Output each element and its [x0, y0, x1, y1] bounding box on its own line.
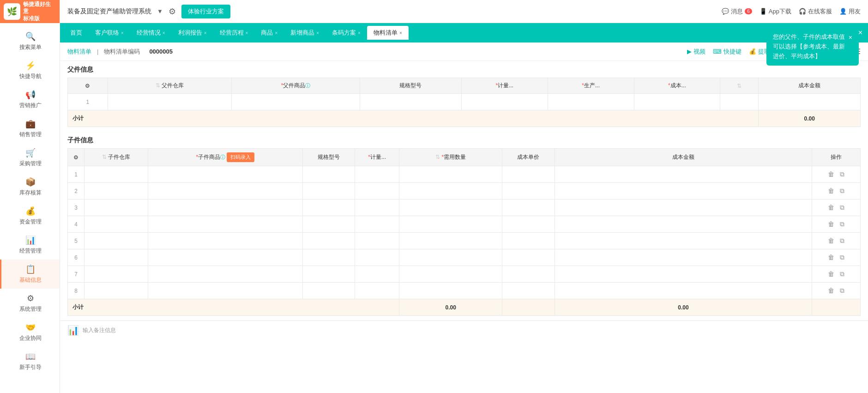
sidebar-item-search[interactable]: 🔍 搜索菜单	[0, 27, 60, 56]
child-goods-4[interactable]	[148, 216, 303, 233]
child-unit-5[interactable]	[355, 233, 399, 249]
child-unit-4[interactable]	[355, 216, 399, 233]
sidebar-item-enterprise[interactable]: 🤝 企业协同	[0, 318, 60, 347]
child-unit-3[interactable]	[355, 200, 399, 216]
child-goods-5[interactable]	[148, 233, 303, 249]
child-unit-6[interactable]	[355, 249, 399, 266]
child-unit-2[interactable]	[355, 183, 399, 200]
sidebar-item-quicknav[interactable]: ⚡ 快捷导航	[0, 56, 60, 85]
child-unit-8[interactable]	[355, 283, 399, 299]
tab-bom-close[interactable]: ×	[399, 30, 402, 36]
child-spec-7[interactable]	[302, 266, 355, 283]
child-spec-8[interactable]	[302, 283, 355, 299]
parent-produce-cell[interactable]	[548, 94, 634, 110]
copy-row-2-btn[interactable]: ⧉	[838, 186, 846, 196]
tab-bom[interactable]: 物料清单 ×	[367, 26, 409, 40]
child-goods-6[interactable]	[148, 249, 303, 266]
child-price-1[interactable]	[502, 166, 555, 183]
app-download-btn[interactable]: 📱 App下载	[760, 7, 791, 16]
child-spec-5[interactable]	[302, 233, 355, 249]
child-price-3[interactable]	[502, 200, 555, 216]
child-warehouse-3[interactable]	[84, 200, 148, 216]
child-warehouse-1[interactable]	[84, 166, 148, 183]
sidebar-item-finance[interactable]: 💰 资金管理	[0, 201, 60, 230]
child-qty-2[interactable]	[399, 183, 502, 200]
experience-btn[interactable]: 体验行业方案	[181, 5, 230, 18]
child-goods-7[interactable]	[148, 266, 303, 283]
video-action[interactable]: ▶ 视频	[687, 48, 705, 56]
child-warehouse-8[interactable]	[84, 283, 148, 299]
online-service-btn[interactable]: 🎧 在线客服	[799, 7, 832, 16]
copy-row-1-btn[interactable]: ⧉	[838, 169, 846, 179]
tab-operations-close[interactable]: ×	[163, 30, 165, 36]
child-warehouse-6[interactable]	[84, 249, 148, 266]
copy-row-5-btn[interactable]: ⧉	[838, 236, 846, 246]
delete-row-5-btn[interactable]: 🗑	[826, 236, 836, 245]
sidebar-item-purchase[interactable]: 🛒 采购管理	[0, 143, 60, 172]
delete-row-3-btn[interactable]: 🗑	[826, 203, 836, 212]
child-warehouse-5[interactable]	[84, 233, 148, 249]
child-price-6[interactable]	[502, 249, 555, 266]
child-spec-4[interactable]	[302, 216, 355, 233]
child-goods-3[interactable]	[148, 200, 303, 216]
tab-operations[interactable]: 经营情况 ×	[130, 26, 172, 40]
parent-cost-type-cell[interactable]	[634, 94, 720, 110]
tab-history[interactable]: 经营历程 ×	[213, 26, 255, 40]
child-qty-4[interactable]	[399, 216, 502, 233]
gear-icon[interactable]: ⚙	[169, 6, 176, 17]
sidebar-item-inventory[interactable]: 📦 库存核算	[0, 172, 60, 201]
parent-goods-cell[interactable]	[232, 94, 360, 110]
child-warehouse-2[interactable]	[84, 183, 148, 200]
child-qty-5[interactable]	[399, 233, 502, 249]
child-goods-2[interactable]	[148, 183, 303, 200]
copy-row-6-btn[interactable]: ⧉	[838, 253, 846, 262]
child-spec-1[interactable]	[302, 166, 355, 183]
child-price-4[interactable]	[502, 216, 555, 233]
tab-history-close[interactable]: ×	[246, 30, 248, 36]
child-spec-2[interactable]	[302, 183, 355, 200]
child-qty-6[interactable]	[399, 249, 502, 266]
tab-home[interactable]: 首页	[64, 26, 89, 40]
child-price-2[interactable]	[502, 183, 555, 200]
child-warehouse-4[interactable]	[84, 216, 148, 233]
delete-row-2-btn[interactable]: 🗑	[826, 186, 836, 195]
child-col-settings[interactable]: ⚙	[68, 149, 84, 166]
child-qty-3[interactable]	[399, 200, 502, 216]
tab-customer-close[interactable]: ×	[121, 30, 124, 36]
tab-goods[interactable]: 商品 ×	[254, 26, 284, 40]
child-unit-7[interactable]	[355, 266, 399, 283]
delete-row-7-btn[interactable]: 🗑	[826, 269, 836, 278]
tab-barcode[interactable]: 条码方案 ×	[326, 26, 367, 40]
message-btn[interactable]: 💬 消息 6	[722, 7, 752, 16]
parent-warehouse-cell[interactable]	[108, 94, 232, 110]
tab-new-goods[interactable]: 新增商品 ×	[284, 26, 326, 40]
copy-row-4-btn[interactable]: ⧉	[838, 219, 846, 229]
user-btn[interactable]: 👤 用友	[839, 7, 861, 16]
scan-input-btn[interactable]: 扫码录入	[227, 152, 254, 162]
parent-spec-cell[interactable]	[360, 94, 461, 110]
child-qty-1[interactable]	[399, 166, 502, 183]
tab-new-goods-close[interactable]: ×	[316, 30, 319, 36]
sidebar-item-guide[interactable]: 📖 新手引导	[0, 347, 60, 376]
tab-customer[interactable]: 客户联络 ×	[89, 26, 130, 40]
delete-row-8-btn[interactable]: 🗑	[826, 286, 836, 295]
child-spec-3[interactable]	[302, 200, 355, 216]
delete-row-1-btn[interactable]: 🗑	[826, 169, 836, 179]
child-qty-8[interactable]	[399, 283, 502, 299]
sidebar-item-operations[interactable]: 📊 经营管理	[0, 230, 60, 260]
delete-row-4-btn[interactable]: 🗑	[826, 219, 836, 229]
parent-col-settings[interactable]: ⚙	[68, 78, 108, 94]
copy-row-8-btn[interactable]: ⧉	[838, 286, 846, 296]
child-warehouse-7[interactable]	[84, 266, 148, 283]
child-goods-1[interactable]	[148, 166, 303, 183]
dropdown-arrow-icon[interactable]: ▼	[157, 8, 163, 15]
table-icon[interactable]: 📊	[67, 325, 79, 336]
child-spec-6[interactable]	[302, 249, 355, 266]
copy-row-7-btn[interactable]: ⧉	[838, 269, 846, 279]
child-unit-1[interactable]	[355, 166, 399, 183]
delete-row-6-btn[interactable]: 🗑	[826, 253, 836, 262]
sidebar-item-sales[interactable]: 💼 销售管理	[0, 114, 60, 143]
parent-unit-cell[interactable]	[461, 94, 548, 110]
tab-barcode-close[interactable]: ×	[358, 30, 361, 36]
sidebar-item-system[interactable]: ⚙ 系统管理	[0, 289, 60, 318]
